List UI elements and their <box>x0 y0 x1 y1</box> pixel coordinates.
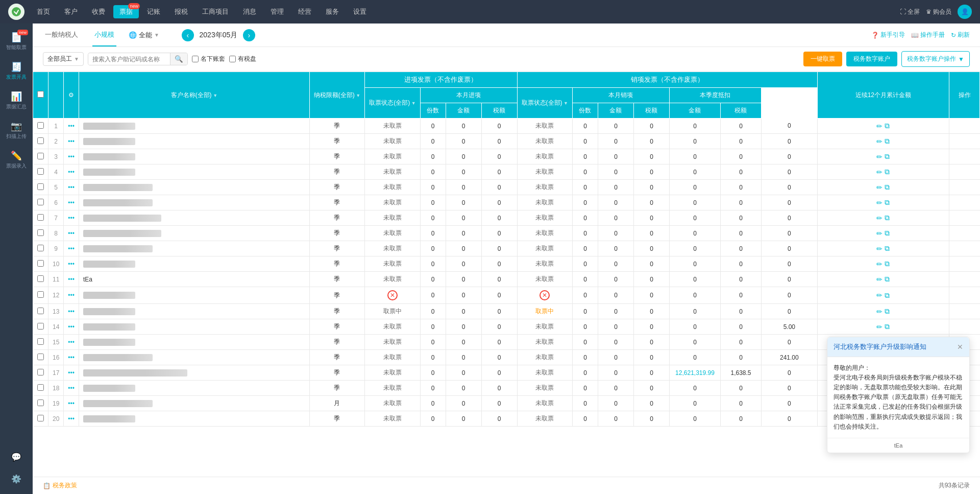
sidebar-item-invoice-entry[interactable]: ✏️ 票据录入 <box>2 146 31 174</box>
sidebar-item-smart-fetch[interactable]: 📄 智能取票 new <box>2 28 31 55</box>
nav-item-client[interactable]: 客户 <box>58 5 84 18</box>
sidebar-item-scan-upload[interactable]: 📷 扫描上传 <box>2 116 31 144</box>
row-copy-button[interactable]: ⧉ <box>885 152 890 161</box>
row-checkbox[interactable] <box>37 245 44 251</box>
row-checkbox[interactable] <box>37 122 44 129</box>
row-quick-btn[interactable]: ••• <box>68 323 75 331</box>
user-avatar[interactable]: 👤 <box>958 5 972 19</box>
row-quick-btn[interactable]: ••• <box>68 199 75 206</box>
row-copy-button[interactable]: ⧉ <box>885 198 890 207</box>
row-copy-button[interactable]: ⧉ <box>885 307 890 316</box>
row-edit-button[interactable]: ✏ <box>876 291 883 299</box>
row-edit-button[interactable]: ✏ <box>876 323 883 331</box>
row-quick-btn[interactable]: ••• <box>68 369 75 377</box>
row-quick-btn[interactable]: ••• <box>68 138 75 145</box>
row-edit-button[interactable]: ✏ <box>876 260 883 268</box>
row-copy-button[interactable]: ⧉ <box>885 322 890 331</box>
digital-account-button[interactable]: 税务数字账户 <box>846 52 897 66</box>
tab-all-capable[interactable]: 🌐 全能 ▼ <box>129 31 159 40</box>
row-quick-btn[interactable]: ••• <box>68 215 75 222</box>
nav-item-business[interactable]: 工商项目 <box>196 5 235 18</box>
row-edit-button[interactable]: ✏ <box>876 245 883 253</box>
row-checkbox[interactable] <box>37 384 44 391</box>
row-quick-btn[interactable]: ••• <box>68 385 75 392</box>
row-checkbox[interactable] <box>37 260 44 267</box>
next-period-button[interactable]: › <box>243 29 255 41</box>
row-quick-btn[interactable]: ••• <box>68 292 75 299</box>
one-click-fetch-button[interactable]: 一键取票 <box>803 52 842 66</box>
nav-item-accounting[interactable]: 记账 <box>141 5 166 18</box>
row-edit-button[interactable]: ✏ <box>876 275 883 284</box>
row-checkbox[interactable] <box>37 323 44 330</box>
row-quick-btn[interactable]: ••• <box>68 415 75 422</box>
row-checkbox[interactable] <box>37 275 44 282</box>
nav-item-operation[interactable]: 经营 <box>292 5 317 18</box>
row-checkbox[interactable] <box>37 214 44 221</box>
row-checkbox[interactable] <box>37 199 44 205</box>
row-checkbox[interactable] <box>37 338 44 345</box>
row-quick-btn[interactable]: ••• <box>68 123 75 130</box>
nav-item-service[interactable]: 服务 <box>320 5 345 18</box>
refresh-link[interactable]: ↻ 刷新 <box>951 31 970 39</box>
row-copy-button[interactable]: ⧉ <box>885 260 890 268</box>
row-edit-button[interactable]: ✏ <box>876 137 883 146</box>
checkbox-taxdisk[interactable] <box>229 56 236 62</box>
row-checkbox[interactable] <box>37 354 44 360</box>
row-copy-button[interactable]: ⧉ <box>885 168 890 176</box>
select-all-checkbox[interactable] <box>37 91 44 98</box>
nav-item-manage[interactable]: 管理 <box>264 5 290 18</box>
tax-policy-link[interactable]: 📋 税务政策 <box>43 481 77 490</box>
row-checkbox[interactable] <box>37 137 44 144</box>
row-edit-button[interactable]: ✏ <box>876 183 883 192</box>
row-checkbox[interactable] <box>37 229 44 236</box>
row-quick-btn[interactable]: ••• <box>68 230 75 237</box>
header-outgoing-status[interactable]: 取票状态(全部) <box>517 88 572 119</box>
row-edit-button[interactable]: ✏ <box>876 168 883 176</box>
checkbox-label-subordinate[interactable]: 名下账套 <box>192 55 225 63</box>
header-quota[interactable]: 纳税限额(全部) <box>309 72 364 119</box>
row-copy-button[interactable]: ⧉ <box>885 183 890 192</box>
row-copy-button[interactable]: ⧉ <box>885 214 890 222</box>
new-guide-link[interactable]: ❓ 新手引导 <box>871 31 905 39</box>
row-checkbox[interactable] <box>37 308 44 314</box>
checkbox-label-taxdisk[interactable]: 有税盘 <box>229 55 256 63</box>
fullscreen-button[interactable]: ⛶ 全屏 <box>900 8 920 16</box>
tab-small-scale[interactable]: 小规模 <box>92 24 116 46</box>
row-edit-button[interactable]: ✏ <box>876 308 883 316</box>
checkbox-subordinate[interactable] <box>192 56 199 62</box>
nav-item-home[interactable]: 首页 <box>31 5 56 18</box>
nav-item-tax[interactable]: 报税 <box>168 5 194 18</box>
row-checkbox[interactable] <box>37 369 44 375</box>
sidebar-item-chat[interactable]: 💬 <box>2 448 31 466</box>
manual-link[interactable]: 📖 操作手册 <box>911 31 945 39</box>
sidebar-item-invoice-summary[interactable]: 📊 票据汇总 <box>2 87 31 114</box>
member-button[interactable]: ♛ 购会员 <box>926 8 951 16</box>
row-checkbox[interactable] <box>37 415 44 421</box>
row-quick-btn[interactable]: ••• <box>68 261 75 268</box>
row-checkbox[interactable] <box>37 153 44 159</box>
row-quick-btn[interactable]: ••• <box>68 354 75 361</box>
row-edit-button[interactable]: ✏ <box>876 214 883 222</box>
row-checkbox[interactable] <box>37 399 44 406</box>
row-edit-button[interactable]: ✏ <box>876 229 883 238</box>
row-copy-button[interactable]: ⧉ <box>885 291 890 300</box>
sidebar-item-config[interactable]: ⚙️ <box>2 470 31 488</box>
row-quick-btn[interactable]: ••• <box>68 400 75 407</box>
row-checkbox[interactable] <box>37 291 44 298</box>
row-copy-button[interactable]: ⧉ <box>885 122 890 130</box>
row-quick-btn[interactable]: ••• <box>68 308 75 315</box>
row-checkbox[interactable] <box>37 168 44 175</box>
row-edit-button[interactable]: ✏ <box>876 153 883 161</box>
search-button[interactable]: 🔍 <box>170 53 187 65</box>
row-quick-btn[interactable]: ••• <box>68 245 75 252</box>
row-quick-btn[interactable]: ••• <box>68 153 75 160</box>
row-quick-btn[interactable]: ••• <box>68 276 75 283</box>
employee-select[interactable]: 全部员工 ▼ <box>43 52 84 66</box>
nav-item-settings[interactable]: 设置 <box>347 5 373 18</box>
notification-close-button[interactable]: ✕ <box>957 343 963 351</box>
header-client-name[interactable]: 客户名称(全部) <box>79 72 309 119</box>
row-quick-btn[interactable]: ••• <box>68 339 75 346</box>
row-edit-button[interactable]: ✏ <box>876 122 883 130</box>
digital-account-ops-button[interactable]: 税务数字账户操作 ▼ <box>901 51 970 67</box>
row-copy-button[interactable]: ⧉ <box>885 229 890 238</box>
